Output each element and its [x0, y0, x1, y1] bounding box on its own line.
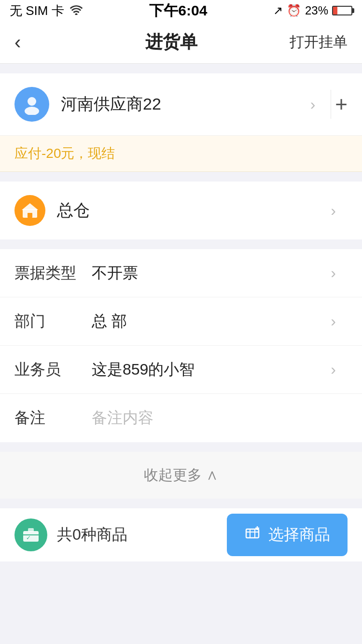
warehouse-icon [14, 195, 45, 226]
svg-rect-5 [23, 531, 39, 542]
dept-value: 总 部 [82, 311, 331, 332]
supplier-card: 河南供应商22 › + 应付-20元，现结 [0, 73, 362, 172]
warehouse-row[interactable]: 总仓 › [0, 182, 362, 239]
invoice-value: 不开票 [82, 263, 331, 284]
alarm-icon: ⏰ [287, 4, 301, 17]
invoice-label: 票据类型 [14, 263, 82, 284]
avatar [14, 87, 49, 122]
status-right: ↗ ⏰ 23% [273, 4, 352, 17]
invoice-row[interactable]: 票据类型 不开票 › [0, 249, 362, 297]
product-icon: ✓ [14, 518, 47, 551]
chevron-right-icon: › [331, 361, 336, 378]
supplier-name: 河南供应商22 [61, 93, 310, 115]
svg-marker-3 [22, 203, 38, 210]
remark-input[interactable]: 备注内容 [82, 407, 348, 429]
status-left: 无 SIM 卡 [10, 2, 84, 19]
bottom-bar: ✓ 共0种商品 选择商品 [0, 508, 362, 561]
back-button[interactable]: ‹ [14, 31, 53, 53]
supplier-row[interactable]: 河南供应商22 › + [0, 73, 362, 136]
wifi-icon [69, 3, 84, 18]
chevron-right-icon: › [331, 264, 336, 282]
dept-row[interactable]: 部门 总 部 › [0, 297, 362, 346]
svg-rect-6 [28, 528, 34, 532]
chevron-right-icon: › [331, 202, 336, 220]
notice-bar: 应付-20元，现结 [0, 136, 362, 172]
svg-point-0 [28, 97, 36, 106]
remark-label: 备注 [14, 407, 82, 429]
svg-rect-9 [246, 529, 259, 538]
page-title: 进货单 [145, 30, 197, 54]
select-product-label: 选择商品 [268, 524, 330, 546]
nav-bar: ‹ 进货单 打开挂单 [0, 21, 362, 64]
warehouse-name: 总仓 [57, 199, 331, 222]
svg-text:✓: ✓ [26, 534, 31, 541]
status-bar: 无 SIM 卡 下午6:04 ↗ ⏰ 23% [0, 0, 362, 21]
form-card: 票据类型 不开票 › 部门 总 部 › 业务员 这是859的小智 › 备注 备注… [0, 249, 362, 442]
select-product-button[interactable]: 选择商品 [227, 514, 348, 556]
battery-pct: 23% [305, 4, 328, 17]
salesperson-label: 业务员 [14, 359, 82, 380]
carrier-text: 无 SIM 卡 [10, 2, 64, 19]
svg-point-1 [25, 107, 39, 115]
dept-label: 部门 [14, 311, 82, 332]
divider [331, 90, 331, 119]
product-count-text: 共0种商品 [57, 524, 227, 546]
open-pending-button[interactable]: 打开挂单 [290, 32, 348, 52]
collapse-button[interactable]: 收起更多 ∧ [0, 452, 362, 499]
chevron-right-icon: › [310, 96, 316, 113]
svg-rect-4 [28, 213, 32, 218]
content-area: 河南供应商22 › + 应付-20元，现结 总仓 › 票据类型 不开票 › [0, 73, 362, 581]
remark-row[interactable]: 备注 备注内容 [0, 394, 362, 442]
salesperson-row[interactable]: 业务员 这是859的小智 › [0, 346, 362, 394]
battery-icon [332, 6, 352, 15]
location-icon: ↗ [273, 4, 283, 17]
salesperson-value: 这是859的小智 [82, 359, 331, 380]
warehouse-card: 总仓 › [0, 182, 362, 239]
chevron-right-icon: › [331, 312, 336, 330]
status-time: 下午6:04 [149, 1, 207, 21]
cart-icon [244, 524, 262, 546]
add-supplier-button[interactable]: + [335, 92, 348, 116]
